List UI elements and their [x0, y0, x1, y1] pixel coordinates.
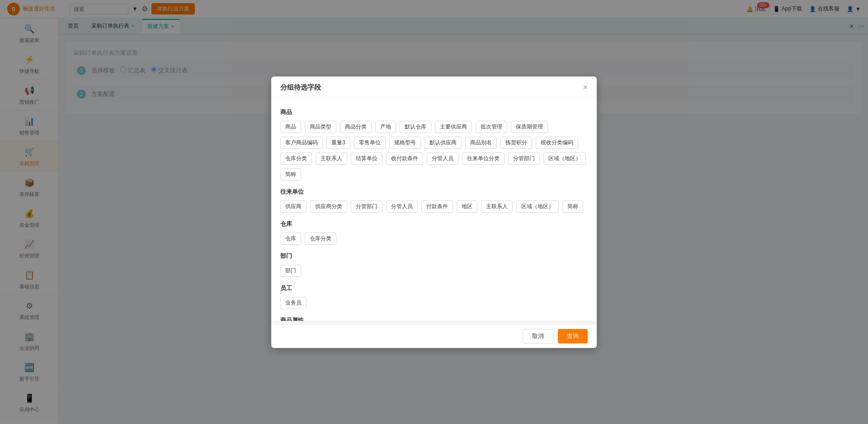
section-goods: 商品商品商品类型商品分类产地默认仓库主要供应商批次管理保质期管理客户商品编码重量… [280, 108, 588, 121]
modal-overlay: 分组待选字段 × 商品商品商品类型商品分类产地默认仓库主要供应商批次管理保质期管… [0, 0, 868, 120]
modal-close-btn[interactable]: × [583, 83, 588, 92]
section-title-goods: 商品 [280, 108, 588, 116]
modal-body: 商品商品商品类型商品分类产地默认仓库主要供应商批次管理保质期管理客户商品编码重量… [271, 97, 597, 121]
modal: 分组待选字段 × 商品商品商品类型商品分类产地默认仓库主要供应商批次管理保质期管… [271, 76, 597, 121]
modal-header: 分组待选字段 × [271, 76, 597, 97]
modal-title: 分组待选字段 [280, 83, 321, 92]
